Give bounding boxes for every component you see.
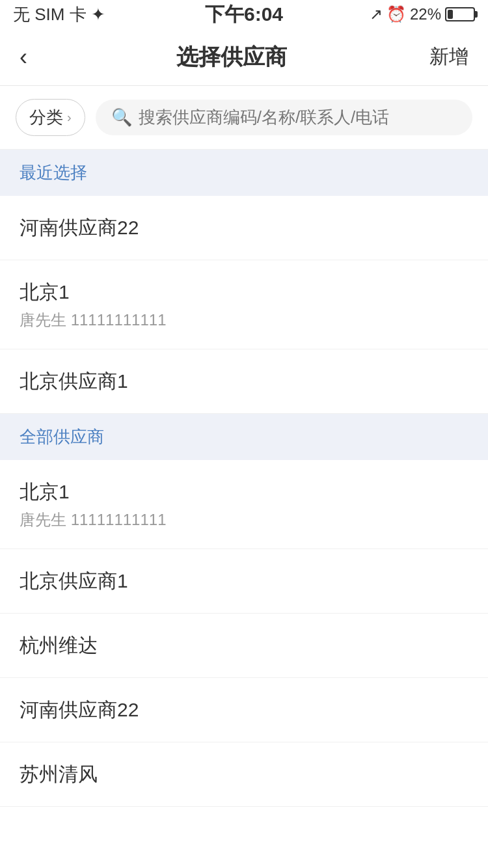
item-name: 北京1 [20,478,468,506]
list-item[interactable]: 北京1唐先生 11111111111 [0,460,488,549]
category-button[interactable]: 分类 › [16,99,85,136]
search-icon: 🔍 [111,107,132,128]
search-input-wrap: 🔍 [96,100,472,135]
alarm-icon: ⏰ [386,5,406,23]
new-button[interactable]: 新增 [429,44,468,70]
status-left: 无 SIM 卡 ✦ [13,3,105,26]
list-item[interactable]: 河南供应商22 [0,196,488,260]
item-sub: 唐先生 11111111111 [20,310,468,331]
sections-container: 最近选择河南供应商22北京1唐先生 11111111111北京供应商1全部供应商… [0,150,488,807]
list-item[interactable]: 北京供应商1 [0,549,488,614]
section-header-text-all: 全部供应商 [20,427,104,446]
section-header-all: 全部供应商 [0,414,488,460]
item-name: 北京供应商1 [20,567,468,595]
list-item[interactable]: 北京供应商1 [0,349,488,414]
list-item[interactable]: 苏州清风 [0,742,488,807]
category-label: 分类 [29,106,63,129]
search-input[interactable] [139,107,457,128]
battery-label: 22% [410,5,441,23]
battery-fill [448,10,453,19]
item-name: 苏州清风 [20,761,468,788]
status-right: ↗ ⏰ 22% [370,5,475,23]
section-header-text-recent: 最近选择 [20,163,87,182]
list-item[interactable]: 杭州维达 [0,614,488,678]
item-name: 杭州维达 [20,632,468,659]
item-sub: 唐先生 11111111111 [20,509,468,530]
battery-icon [445,7,475,21]
item-name: 北京供应商1 [20,368,468,395]
item-name: 河南供应商22 [20,214,468,241]
list-item[interactable]: 河南供应商22 [0,678,488,742]
back-button[interactable]: ‹ [13,37,34,77]
item-name: 河南供应商22 [20,696,468,724]
list-item[interactable]: 北京1唐先生 11111111111 [0,260,488,349]
page-title: 选择供应商 [176,42,287,72]
search-area: 分类 › 🔍 [0,86,488,150]
status-time: 下午6:04 [205,1,283,28]
nav-bar: ‹ 选择供应商 新增 [0,29,488,86]
section-header-recent: 最近选择 [0,150,488,196]
location-icon: ↗ [370,5,383,23]
status-bar: 无 SIM 卡 ✦ 下午6:04 ↗ ⏰ 22% [0,0,488,29]
chevron-right-icon: › [67,110,72,125]
item-name: 北京1 [20,278,468,306]
no-sim-label: 无 SIM 卡 ✦ [13,3,105,26]
